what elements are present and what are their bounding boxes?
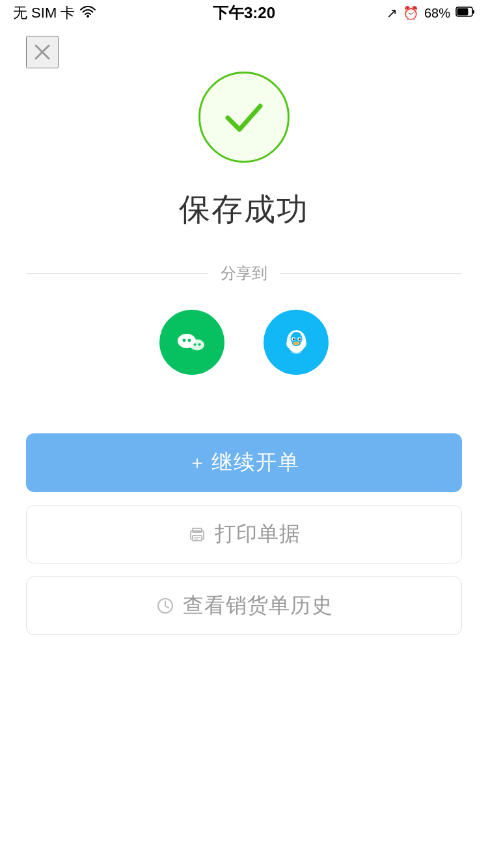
svg-rect-2 xyxy=(457,8,468,15)
share-icons xyxy=(26,310,462,375)
qq-share-button[interactable] xyxy=(264,310,329,375)
wechat-share-button[interactable] xyxy=(159,310,224,375)
wifi-icon xyxy=(80,5,96,21)
continue-icon: ＋ xyxy=(188,450,207,475)
print-icon xyxy=(187,524,207,544)
history-icon xyxy=(156,596,175,616)
status-time: 下午3:20 xyxy=(213,3,275,23)
battery-percent: 68% xyxy=(424,6,450,21)
continue-label: 继续开单 xyxy=(211,448,300,477)
location-icon: ↗ xyxy=(386,5,398,21)
svg-point-10 xyxy=(198,344,201,346)
action-buttons: ＋ 继续开单 打印单据 xyxy=(0,433,488,635)
status-bar: 无 SIM 卡 下午3:20 ↗ ⏰ 68% xyxy=(0,0,488,26)
alarm-icon: ⏰ xyxy=(403,5,419,21)
svg-point-19 xyxy=(300,339,306,347)
battery-icon xyxy=(455,6,475,21)
svg-point-16 xyxy=(299,338,301,340)
success-title: 保存成功 xyxy=(179,189,309,230)
svg-rect-23 xyxy=(193,536,202,541)
svg-rect-1 xyxy=(472,10,474,14)
close-button[interactable] xyxy=(26,36,59,68)
continue-button[interactable]: ＋ 继续开单 xyxy=(26,433,462,492)
history-label: 查看销货单历史 xyxy=(183,591,333,620)
main-content: 保存成功 分享到 xyxy=(0,26,488,635)
history-button[interactable]: 查看销货单历史 xyxy=(26,576,462,635)
no-sim-label: 无 SIM 卡 xyxy=(13,3,75,23)
svg-point-9 xyxy=(194,344,197,346)
status-left: 无 SIM 卡 xyxy=(13,3,96,23)
print-button[interactable]: 打印单据 xyxy=(26,505,462,563)
svg-point-15 xyxy=(293,338,295,340)
print-label: 打印单据 xyxy=(215,520,301,549)
svg-point-6 xyxy=(190,340,204,351)
share-divider: 分享到 xyxy=(26,263,462,284)
svg-point-20 xyxy=(291,350,301,354)
status-right: ↗ ⏰ 68% xyxy=(386,5,475,21)
svg-point-7 xyxy=(183,339,186,342)
share-label: 分享到 xyxy=(208,263,280,284)
success-circle xyxy=(198,72,290,163)
svg-point-17 xyxy=(293,341,299,345)
svg-point-18 xyxy=(286,339,291,347)
svg-point-8 xyxy=(188,339,191,342)
share-section: 分享到 xyxy=(0,263,488,414)
